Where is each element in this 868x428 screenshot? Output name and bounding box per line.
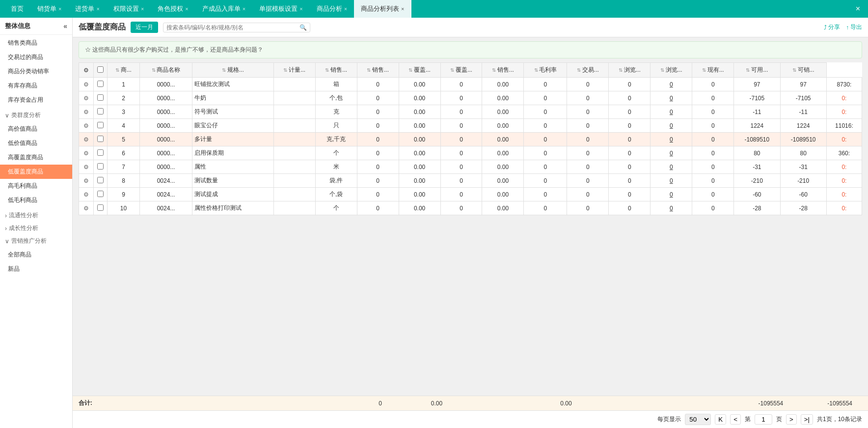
nav-role-auth[interactable]: 角色授权 × — [151, 0, 195, 18]
sidebar-item-high-coverage[interactable]: 高覆盖度商品 — [0, 150, 72, 165]
row-checkbox[interactable] — [97, 163, 104, 170]
row-checkbox[interactable] — [97, 177, 104, 183]
row-checkbox[interactable] — [97, 149, 104, 156]
th-name[interactable]: 商品名称 — [139, 63, 192, 78]
nav-close-role[interactable]: × — [185, 6, 188, 12]
cell-browse1[interactable]: 0 — [651, 174, 692, 188]
cell-gear[interactable]: ⚙ — [79, 105, 94, 119]
sidebar-item-low-value[interactable]: 低价值商品 — [0, 136, 72, 150]
browse-link[interactable]: 0 — [670, 150, 673, 157]
row-gear-icon[interactable]: ⚙ — [83, 164, 89, 171]
next-page-button[interactable]: > — [786, 414, 797, 425]
cell-gear[interactable]: ⚙ — [79, 78, 94, 91]
nav-product-analysis[interactable]: 商品分析 × — [310, 0, 354, 18]
cell-browse1[interactable]: 0 — [651, 119, 692, 133]
cell-browse1[interactable]: 0 — [651, 201, 692, 215]
period-button[interactable]: 近一月 — [131, 22, 158, 33]
browse-link[interactable]: 0 — [670, 191, 673, 198]
th-browse2[interactable]: 浏览... — [651, 63, 692, 78]
sidebar-collapse-button[interactable]: « — [63, 22, 67, 30]
th-saleable[interactable]: 可销... — [780, 63, 826, 78]
cell-gear[interactable]: ⚙ — [79, 91, 94, 105]
row-checkbox[interactable] — [97, 204, 104, 211]
search-icon[interactable]: 🔍 — [299, 24, 307, 31]
th-gear[interactable]: ⚙ — [79, 63, 94, 78]
nav-close-permission[interactable]: × — [141, 6, 144, 12]
cell-browse1[interactable]: 0 — [651, 188, 692, 201]
cell-checkbox[interactable] — [94, 78, 108, 91]
row-gear-icon[interactable]: ⚙ — [83, 109, 89, 115]
th-browse1[interactable]: 浏览... — [609, 63, 651, 78]
th-trade[interactable]: 交易... — [567, 63, 609, 78]
per-page-select[interactable]: 50 100 200 — [685, 414, 711, 425]
browse-link[interactable]: 0 — [670, 109, 673, 115]
cell-browse1[interactable]: 0 — [651, 91, 692, 105]
cell-checkbox[interactable] — [94, 201, 108, 215]
cell-checkbox[interactable] — [94, 91, 108, 105]
nav-sales-order[interactable]: 销货单 × — [30, 0, 68, 18]
th-spec[interactable]: 规格... — [192, 63, 274, 78]
browse-link[interactable]: 0 — [670, 95, 673, 102]
page-number-input[interactable] — [755, 414, 772, 425]
prev-page-button[interactable]: < — [730, 414, 741, 425]
first-page-button[interactable]: K — [715, 414, 726, 425]
row-checkbox[interactable] — [97, 136, 104, 142]
nav-close-analysis-list[interactable]: × — [401, 6, 404, 12]
close-all-tabs[interactable]: × — [852, 4, 864, 13]
export-button[interactable]: ↑ 导出 — [846, 23, 862, 31]
nav-template-settings[interactable]: 单据模板设置 × — [252, 0, 309, 18]
cell-browse1[interactable]: 0 — [651, 160, 692, 174]
th-unit[interactable]: 计量... — [273, 63, 315, 78]
th-checkbox[interactable] — [94, 63, 108, 78]
cell-checkbox[interactable] — [94, 105, 108, 119]
sidebar-item-in-stock[interactable]: 有库存商品 — [0, 79, 72, 93]
row-gear-icon[interactable]: ⚙ — [83, 122, 89, 129]
row-gear-icon[interactable]: ⚙ — [83, 95, 89, 102]
th-current[interactable]: 现有... — [692, 63, 734, 78]
nav-close-purchase[interactable]: × — [96, 6, 99, 12]
cell-checkbox[interactable] — [94, 133, 108, 146]
sidebar-item-new-products[interactable]: 新品 — [0, 262, 72, 276]
browse-link[interactable]: 0 — [670, 205, 673, 212]
th-available[interactable]: 可用... — [734, 63, 780, 78]
cell-browse1[interactable]: 0 — [651, 105, 692, 119]
nav-close-template[interactable]: × — [299, 6, 302, 12]
cell-gear[interactable]: ⚙ — [79, 133, 94, 146]
cell-gear[interactable]: ⚙ — [79, 188, 94, 201]
row-checkbox[interactable] — [97, 122, 104, 128]
row-gear-icon[interactable]: ⚙ — [83, 136, 89, 143]
sidebar-item-low-coverage[interactable]: 低覆盖度商品 — [0, 165, 72, 179]
row-gear-icon[interactable]: ⚙ — [83, 150, 89, 157]
sidebar-item-sales-products[interactable]: 销售类商品 — [0, 36, 72, 50]
nav-close-sales[interactable]: × — [58, 6, 61, 12]
nav-home[interactable]: 首页 — [4, 0, 30, 18]
nav-permission-settings[interactable]: 权限设置 × — [107, 0, 151, 18]
sidebar-item-all-products[interactable]: 全部商品 — [0, 248, 72, 262]
row-checkbox[interactable] — [97, 81, 104, 87]
select-all-checkbox[interactable] — [97, 66, 104, 73]
cell-browse1[interactable]: 0 — [651, 146, 692, 160]
cell-gear[interactable]: ⚙ — [79, 201, 94, 215]
nav-close-analysis[interactable]: × — [344, 6, 347, 12]
row-gear-icon[interactable]: ⚙ — [83, 205, 89, 212]
cell-checkbox[interactable] — [94, 119, 108, 133]
nav-close-storage[interactable]: × — [243, 6, 245, 12]
row-checkbox[interactable] — [97, 108, 104, 114]
th-cover1[interactable]: 覆盖... — [399, 63, 440, 78]
sidebar-item-traded-products[interactable]: 交易过的商品 — [0, 50, 72, 64]
share-button[interactable]: ⤴ 分享 — [824, 23, 840, 31]
cell-checkbox[interactable] — [94, 160, 108, 174]
th-cover2[interactable]: 覆盖... — [440, 63, 482, 78]
sidebar-item-stock-capital[interactable]: 库存资金占用 — [0, 93, 72, 107]
search-box[interactable]: 🔍 — [163, 23, 310, 32]
sidebar-item-category-rate[interactable]: 商品分类动销率 — [0, 64, 72, 79]
cell-gear[interactable]: ⚙ — [79, 174, 94, 188]
row-gear-icon[interactable]: ⚙ — [83, 177, 89, 184]
cell-checkbox[interactable] — [94, 188, 108, 201]
cell-checkbox[interactable] — [94, 146, 108, 160]
cell-gear[interactable]: ⚙ — [79, 146, 94, 160]
sidebar-item-high-gross[interactable]: 高毛利商品 — [0, 179, 72, 193]
last-page-button[interactable]: >| — [801, 414, 813, 425]
cell-browse1[interactable]: 0 — [651, 133, 692, 146]
row-gear-icon[interactable]: ⚙ — [83, 191, 89, 198]
